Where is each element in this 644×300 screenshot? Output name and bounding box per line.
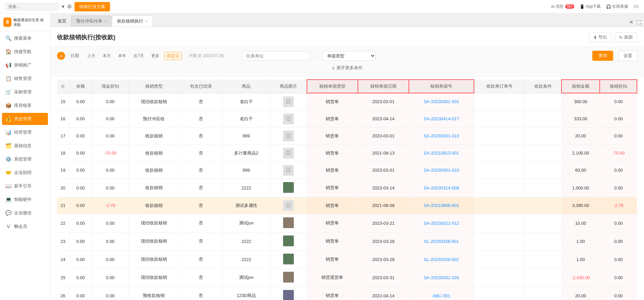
query-btn[interactable]: 查询 <box>592 51 613 61</box>
col-amount: 核销金额 <box>561 80 600 93</box>
sidebar-item-search[interactable]: 🔍 搜索菜单 <box>0 32 50 45</box>
date-range: 不限 至 2023-07-26 <box>189 53 224 59</box>
this-month-btn[interactable]: 本月 <box>100 52 113 60</box>
row-order-no <box>474 214 525 232</box>
row-type: 现结收款核销 <box>128 214 179 232</box>
tab-bar: 首页 预付冲应付单 × 收款核销执行 × ✕ ⛶ <box>50 13 644 27</box>
doc-no-link[interactable]: SA-20230414-017 <box>424 116 459 121</box>
sidebar-item-system[interactable]: ⚙️ 系统管理 <box>0 153 50 166</box>
sidebar-item-label: 采购管理 <box>14 89 32 95</box>
sidebar-item-label: 新手引导 <box>14 183 32 189</box>
row-order-no <box>474 127 525 144</box>
table-row: 17 0.00 0.00 收款核销 否 999 🖼 销货单 2023-03-01… <box>57 127 637 144</box>
doc-no-link[interactable]: SA-20210813-001 <box>424 151 459 156</box>
doc-type-select[interactable]: 单据类型 <box>322 51 376 61</box>
last-month-btn[interactable]: 上月 <box>85 52 98 60</box>
close-window-icon[interactable]: ✕ <box>629 19 634 25</box>
row-settled: 否 <box>179 250 223 268</box>
tab-prepay-close[interactable]: × <box>104 19 106 23</box>
row-cash-discount: 0.00 <box>92 93 128 110</box>
logo-icon: 6 <box>3 17 11 27</box>
this-year-btn[interactable]: 本年 <box>115 52 129 60</box>
refresh-btn[interactable]: ↻ 刷新 <box>615 32 637 42</box>
row-discount: 0.00 <box>600 232 637 250</box>
sidebar-item-hardware[interactable]: 💻 智能硬件 <box>0 193 50 206</box>
tab-current-close[interactable]: × <box>145 19 147 23</box>
row-settled: 否 <box>179 214 223 232</box>
sidebar-item-purchase[interactable]: 🛒 采购管理 <box>0 85 50 99</box>
sidebar-item-member[interactable]: V 畅会员 <box>0 220 50 233</box>
sidebar-item-wechat[interactable]: 💬 企业微信 <box>0 206 50 220</box>
messages-btn[interactable]: ✉ 消息 99+ <box>551 4 574 9</box>
tab-home[interactable]: 首页 <box>53 16 71 27</box>
row-discount: 0.00 <box>600 110 637 127</box>
col-goods-img: 商品图片 <box>270 80 307 93</box>
row-pay-cond <box>525 110 561 127</box>
chevron-down-icon[interactable]: ▾ <box>62 3 64 10</box>
row-doc-date: 2023-03-14 <box>358 179 409 197</box>
doc-no-link[interactable]: SA-20230314-008 <box>424 185 459 190</box>
tab-current-label: 收款核销执行 <box>117 18 143 24</box>
export-btn[interactable]: ⬆ 导出 <box>589 32 611 42</box>
custom-btn[interactable]: 自定义 <box>164 52 182 60</box>
doc-no-link[interactable]: SA-20230301-010 <box>424 133 459 138</box>
guide-icon: 📖 <box>5 183 11 189</box>
product-image: 🖼 <box>283 96 294 107</box>
tab-prepay[interactable]: 预付冲应付单 × <box>71 15 111 27</box>
row-goods: 测试jun <box>223 268 270 287</box>
col-pay-cond: 收款条件 <box>525 80 561 93</box>
sidebar-item-label: 系统管理 <box>14 156 32 162</box>
row-balance: 0.00 <box>69 287 92 300</box>
row-pay-cond <box>525 144 561 162</box>
row-doc-type: 销货单 <box>307 232 358 250</box>
row-goods-img <box>270 232 307 250</box>
sidebar-item-collab[interactable]: 🤝 企业协同 <box>0 166 50 179</box>
sidebar-item-sales[interactable]: 📋 销售管理 <box>0 72 50 85</box>
row-doc-date: 2023-03-01 <box>358 127 409 144</box>
row-no: 22 <box>57 214 69 232</box>
sidebar-item-finance[interactable]: 💰 资金管理 <box>2 113 48 125</box>
tab-current[interactable]: 收款核销执行 × <box>112 15 152 27</box>
row-doc-date: 2023-03-28 <box>358 232 409 250</box>
gear-icon[interactable]: ⚙ <box>67 3 72 10</box>
doc-no-link[interactable]: ABC-001 <box>433 293 450 298</box>
page-title: 收款核销执行(按收款) <box>57 33 115 41</box>
doc-no-link[interactable]: SA-20210808-001 <box>424 203 459 208</box>
sidebar-item-inventory[interactable]: 📦 库存核算 <box>0 99 50 112</box>
column-settings-icon[interactable]: ⚙ <box>61 84 65 89</box>
sidebar-item-operation[interactable]: 📊 经营管理 <box>0 126 50 139</box>
settings-btn[interactable]: 设置 <box>619 51 637 61</box>
expand-more-btn[interactable]: ∨ 展开更多条件 <box>57 63 637 72</box>
doc-no-link[interactable]: SA-20230321-012 <box>424 221 459 226</box>
partner-input[interactable] <box>243 51 310 60</box>
headset-icon: 🎧 <box>606 4 611 9</box>
app-download-btn[interactable]: 📱 App下载 <box>580 4 601 9</box>
row-settled: 否 <box>179 127 223 144</box>
doc-no-link[interactable]: SA-20230331-026 <box>424 275 459 280</box>
more-btn[interactable]: 更多 <box>149 52 162 60</box>
industry-btn[interactable]: 休验行业方案 <box>74 2 110 11</box>
sidebar-item-marketing[interactable]: 📢 营销推广 <box>0 58 50 72</box>
sidebar-item-nav[interactable]: 🏠 快捷导航 <box>0 45 50 58</box>
sidebar-item-label: 经营管理 <box>14 129 32 135</box>
row-doc-no: SA-20230321-012 <box>409 214 474 232</box>
logo-text: 畅捷通道好生意 标准版 <box>13 17 47 27</box>
doc-no-link[interactable]: SA-20230301-001 <box>424 99 459 104</box>
online-service-btn[interactable]: 🎧 在线客服 <box>606 4 628 9</box>
row-doc-type: 销货单 <box>307 287 358 300</box>
sidebar-item-label: 销售管理 <box>14 76 32 82</box>
last-7-btn[interactable]: 近7天 <box>131 52 147 60</box>
box-icon: 📦 <box>5 102 11 109</box>
doc-no-link[interactable]: SL-20230328-002 <box>424 257 459 262</box>
row-no: 24 <box>57 250 69 268</box>
search-input[interactable] <box>5 3 59 10</box>
sidebar-item-label: 基础信息 <box>14 143 32 149</box>
row-cash-discount: 0.00 <box>92 268 128 287</box>
doc-no-link[interactable]: SA-20230301-010 <box>424 168 459 173</box>
filter-expand-btn[interactable]: » <box>57 52 65 60</box>
doc-no-link[interactable]: SL-20230328-001 <box>424 239 459 244</box>
product-image: 🖼 <box>283 148 294 159</box>
sidebar-item-guide[interactable]: 📖 新手引导 <box>0 179 50 193</box>
sidebar-item-basic[interactable]: 🗂️ 基础信息 <box>0 139 50 153</box>
expand-window-icon[interactable]: ⛶ <box>636 19 641 25</box>
